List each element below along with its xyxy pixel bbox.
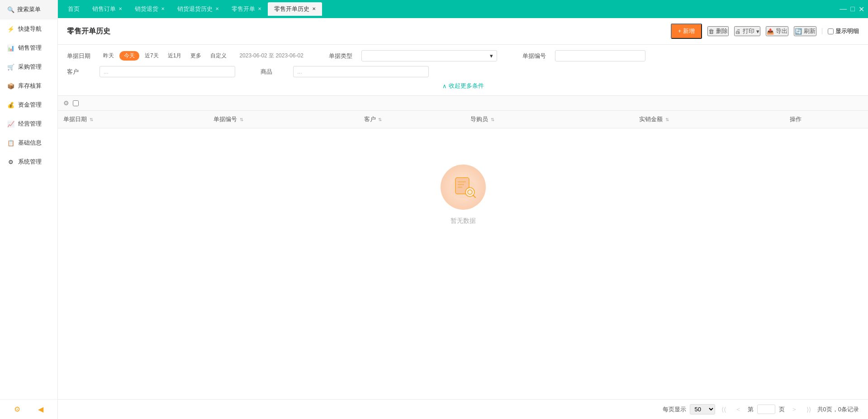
sidebar-item-basic-info[interactable]: 📋 基础信息 bbox=[0, 133, 57, 152]
col-amount-sort[interactable]: ⇅ bbox=[665, 117, 669, 122]
sidebar-search-label: 搜索菜单 bbox=[17, 5, 41, 14]
print-icon: 🖨 bbox=[735, 28, 741, 35]
quick-nav-icon: ⚡ bbox=[7, 25, 14, 33]
maximize-btn[interactable]: □ bbox=[850, 5, 855, 13]
col-salesperson[interactable]: 导购员 ⇅ bbox=[465, 111, 593, 128]
sidebar-bottom: ⚙ ◀ bbox=[0, 399, 57, 419]
empty-text: 暂无数据 bbox=[451, 217, 476, 225]
svg-rect-4 bbox=[458, 187, 462, 188]
col-customer-label: 客户 bbox=[364, 116, 376, 122]
goods-placeholder: ... bbox=[297, 68, 302, 75]
total-info: 共0页，0条记录 bbox=[817, 405, 859, 414]
sidebar-item-label: 快捷导航 bbox=[18, 25, 42, 33]
current-page-input[interactable]: 1 bbox=[757, 405, 775, 414]
refresh-button[interactable]: 🔄 刷新 bbox=[794, 26, 816, 36]
close-btn[interactable]: ✕ bbox=[859, 5, 864, 14]
sys-mgmt-icon: ⚙ bbox=[7, 158, 14, 165]
tab-sales-return-history-close[interactable]: ✕ bbox=[215, 7, 219, 11]
sidebar-item-purchase-mgmt[interactable]: 🛒 采购管理 bbox=[0, 57, 57, 76]
tab-home[interactable]: 首页 bbox=[62, 2, 86, 16]
page-last-btn[interactable]: ⟩⟩ bbox=[804, 405, 814, 414]
col-number-label: 单据编号 bbox=[213, 116, 237, 122]
tab-retail-open-history-close[interactable]: ✕ bbox=[312, 7, 316, 11]
sidebar-item-label: 采购管理 bbox=[18, 63, 42, 71]
filter-area: 单据日期 昨天 今天 近7天 近1月 更多 自定义 2023-06-02 至 2… bbox=[58, 45, 868, 96]
add-button[interactable]: + 新增 bbox=[671, 24, 702, 39]
display-detail-label[interactable]: 显示明细 bbox=[828, 27, 859, 35]
tab-home-label: 首页 bbox=[68, 5, 80, 13]
col-number[interactable]: 单据编号 ⇅ bbox=[208, 111, 358, 128]
divider bbox=[822, 28, 822, 34]
col-action: 操作 bbox=[784, 111, 868, 128]
table-settings-icon[interactable]: ⚙ bbox=[63, 99, 69, 107]
tab-sales-return[interactable]: 销货退货 ✕ bbox=[128, 2, 171, 16]
doc-number-input[interactable] bbox=[555, 50, 645, 61]
minimize-btn[interactable]: — bbox=[840, 5, 847, 13]
export-button[interactable]: 📤 导出 bbox=[766, 26, 788, 36]
tab-retail-open-close[interactable]: ✕ bbox=[258, 7, 261, 11]
sidebar-item-inventory[interactable]: 📦 库存核算 bbox=[0, 76, 57, 95]
table-header-row: 单据日期 ⇅ 单据编号 ⇅ 客户 ⇅ 导购员 ⇅ bbox=[58, 111, 868, 128]
delete-icon: 🗑 bbox=[708, 28, 714, 35]
collapse-sidebar-btn[interactable]: ◀ bbox=[38, 405, 43, 414]
date-btn-custom[interactable]: 自定义 bbox=[207, 51, 230, 61]
col-number-sort[interactable]: ⇅ bbox=[240, 117, 243, 122]
date-btn-yesterday[interactable]: 昨天 bbox=[100, 51, 118, 61]
goods-label: 商品 bbox=[261, 68, 286, 76]
sidebar-item-finance[interactable]: 💰 资金管理 bbox=[0, 95, 57, 114]
goods-input[interactable]: ... bbox=[293, 66, 429, 77]
tab-retail-open-label: 零售开单 bbox=[232, 5, 255, 13]
doc-type-select[interactable]: ▾ bbox=[361, 50, 497, 61]
display-detail-checkbox[interactable] bbox=[828, 28, 834, 34]
tab-sales-return-history-label: 销货退货历史 bbox=[177, 5, 213, 13]
tab-retail-open-history[interactable]: 零售开单历史 ✕ bbox=[268, 2, 322, 16]
sidebar-item-quick-nav[interactable]: ⚡ 快捷导航 bbox=[0, 19, 57, 38]
sidebar-item-operation[interactable]: 📈 经营管理 bbox=[0, 114, 57, 133]
doc-number-label: 单据编号 bbox=[522, 52, 548, 60]
settings-bottom-icon[interactable]: ⚙ bbox=[14, 405, 20, 414]
collapse-filter-label: 收起更多条件 bbox=[449, 82, 484, 90]
col-customer[interactable]: 客户 ⇅ bbox=[359, 111, 465, 128]
sidebar-item-label: 基础信息 bbox=[18, 139, 42, 147]
refresh-icon: 🔄 bbox=[795, 28, 802, 35]
col-salesperson-sort[interactable]: ⇅ bbox=[491, 117, 494, 122]
tab-sales-order-close[interactable]: ✕ bbox=[119, 7, 122, 11]
page-next-btn[interactable]: ＞ bbox=[788, 405, 800, 414]
sidebar-item-sys-mgmt[interactable]: ⚙ 系统管理 bbox=[0, 152, 57, 171]
col-date[interactable]: 单据日期 ⇅ bbox=[58, 111, 208, 128]
select-all-checkbox[interactable] bbox=[73, 100, 79, 106]
col-date-sort[interactable]: ⇅ bbox=[90, 117, 93, 122]
table-area: ⚙ 单据日期 ⇅ 单据编号 ⇅ 客户 bbox=[58, 96, 868, 399]
tab-sales-order-label: 销售订单 bbox=[92, 5, 116, 13]
sidebar-search[interactable]: 🔍 搜索菜单 bbox=[0, 0, 57, 19]
collapse-filter-btn[interactable]: ∧ 收起更多条件 bbox=[67, 82, 859, 90]
delete-button[interactable]: 🗑 删除 bbox=[707, 26, 729, 36]
col-customer-sort[interactable]: ⇅ bbox=[378, 117, 382, 122]
page-prev-btn[interactable]: ＜ bbox=[732, 405, 744, 414]
page-label-post: 页 bbox=[779, 405, 785, 414]
header-actions: + 新增 🗑 删除 🖨 打印 ▾ 📤 导出 🔄 刷新 bbox=[671, 24, 859, 39]
content-area: 零售开单历史 + 新增 🗑 删除 🖨 打印 ▾ 📤 导出 🔄 bbox=[58, 18, 868, 419]
date-btn-last7[interactable]: 近7天 bbox=[141, 51, 162, 61]
tab-retail-open[interactable]: 零售开单 ✕ bbox=[225, 2, 268, 16]
tab-sales-return-close[interactable]: ✕ bbox=[161, 7, 165, 11]
date-btn-last1m[interactable]: 近1月 bbox=[164, 51, 185, 61]
customer-label: 客户 bbox=[67, 68, 92, 76]
print-dropdown-icon: ▾ bbox=[756, 28, 759, 35]
customer-input[interactable]: ... bbox=[100, 66, 235, 77]
sidebar-item-sales-mgmt[interactable]: 📊 销售管理 bbox=[0, 38, 57, 57]
print-button[interactable]: 🖨 打印 ▾ bbox=[734, 26, 760, 36]
tab-sales-order[interactable]: 销售订单 ✕ bbox=[86, 2, 128, 16]
col-salesperson-label: 导购员 bbox=[470, 116, 488, 122]
date-btn-more[interactable]: 更多 bbox=[187, 51, 205, 61]
empty-state: 暂无数据 bbox=[58, 128, 868, 261]
col-amount[interactable]: 实销金额 ⇅ bbox=[634, 111, 784, 128]
sidebar-item-label: 经营管理 bbox=[18, 120, 42, 128]
date-btn-today[interactable]: 今天 bbox=[119, 51, 139, 61]
inventory-icon: 📦 bbox=[7, 82, 14, 89]
tab-sales-return-history[interactable]: 销货退货历史 ✕ bbox=[171, 2, 225, 16]
page-first-btn[interactable]: ⟨⟨ bbox=[719, 405, 729, 414]
search-icon: 🔍 bbox=[7, 6, 14, 13]
per-page-select[interactable]: 50 10 20 100 bbox=[690, 404, 715, 414]
finance-icon: 💰 bbox=[7, 101, 14, 108]
